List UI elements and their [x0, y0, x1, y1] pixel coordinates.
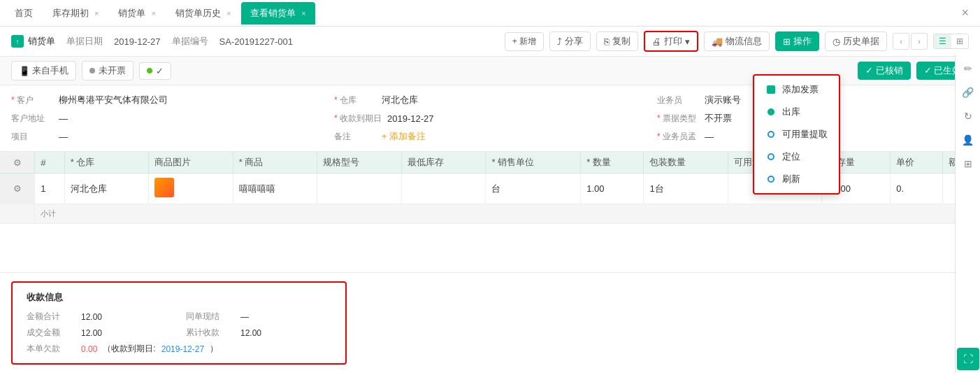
check-button[interactable]: ✓: [139, 62, 171, 80]
global-close-button[interactable]: ×: [956, 3, 974, 23]
available-qty-label: 可用量提取: [782, 128, 828, 141]
tab-inventory-close[interactable]: ×: [94, 9, 99, 17]
doc-header: ↑ 销货单 单据日期 2019-12-27 单据编号 SA-20191227-0…: [0, 27, 980, 57]
add-note-label: 添加备注: [389, 131, 426, 141]
tab-inventory-label: 库存期初: [52, 7, 89, 20]
row-product: 嘻嘻嘻嘻: [233, 174, 317, 204]
print-icon: 🖨: [652, 36, 661, 47]
note-row: 备注 + 添加备注: [334, 130, 646, 143]
copy-label: 复制: [612, 35, 630, 48]
logistics-button[interactable]: 🚚 物流信息: [704, 31, 770, 51]
share-icon: ⤴: [557, 36, 562, 47]
from-phone-label: 来自手机: [32, 64, 69, 77]
sidebar-table-icon[interactable]: ⊞: [957, 153, 979, 175]
outbound-item[interactable]: 出库: [754, 101, 839, 123]
total-amount-label: 金额合计: [27, 311, 75, 323]
sidebar-edit-icon[interactable]: ✏: [957, 57, 979, 80]
operations-dropdown: 添加发票 出库 可用量提取 定位 刷新: [753, 74, 840, 195]
available-qty-icon: [765, 129, 777, 140]
sidebar-sync-icon[interactable]: ↻: [957, 105, 979, 127]
balance-value: 0.00: [81, 344, 97, 354]
check-dot: [147, 68, 152, 73]
sidebar-person-icon[interactable]: 👤: [957, 129, 979, 151]
add-note-button[interactable]: + 添加备注: [382, 130, 426, 143]
invoice-type-value: 不开票: [705, 112, 732, 125]
date-value: 2019-12-27: [114, 36, 161, 47]
tab-view-sales[interactable]: 查看销货单 ×: [241, 2, 315, 24]
not-open-button[interactable]: 未开票: [82, 61, 134, 80]
refresh-item[interactable]: 刷新: [754, 168, 839, 190]
main-area: ↑ 销货单 单据日期 2019-12-27 单据编号 SA-20191227-0…: [0, 27, 980, 373]
customer-row: 客户 柳州粤港平安气体有限公司: [11, 94, 323, 106]
gear-column[interactable]: ⚙: [0, 152, 35, 174]
new-button[interactable]: + 新增: [505, 32, 544, 51]
plus-icon: +: [382, 131, 387, 141]
customer-value: 柳州粤港平安气体有限公司: [59, 94, 168, 106]
view-list-button[interactable]: ☰: [934, 34, 951, 48]
view-grid-button[interactable]: ⊞: [951, 34, 968, 48]
next-button[interactable]: ›: [911, 33, 928, 50]
sales-unit-column: * 销售单位: [486, 152, 581, 174]
warehouse-row: 仓库 河北仓库: [334, 94, 646, 106]
address-value: —: [59, 113, 68, 124]
payment-rows: 金额合计 12.00 同单现结 — 成交金额 12.00 累计收款 12.00 …: [27, 311, 331, 355]
tab-inventory-init[interactable]: 库存期初 ×: [43, 2, 108, 24]
history-label: 历史单据: [843, 35, 879, 48]
history-icon: ◷: [833, 36, 840, 47]
location-label: 定位: [782, 150, 800, 163]
refresh-label: 刷新: [782, 173, 800, 185]
bottom-panel: 收款信息 金额合计 12.00 同单现结 — 成交金额 12.00 累计收款 1…: [0, 273, 980, 373]
phone-icon: 📱: [19, 66, 30, 76]
tab-view-sales-close[interactable]: ×: [301, 9, 305, 17]
from-phone-button[interactable]: 📱 来自手机: [11, 61, 76, 80]
payment-date-label: 收款到期日: [334, 113, 382, 125]
package-qty-column: 包装数量: [644, 152, 728, 174]
warehouse-value: 河北仓库: [382, 94, 418, 106]
no-column: #: [35, 152, 64, 174]
cumulative-label: 累计收款: [186, 327, 235, 339]
total-amount-row: 金额合计 12.00: [27, 311, 172, 323]
quantity-column: * 数量: [581, 152, 644, 174]
address-row: 客户地址 —: [11, 112, 323, 125]
doc-actions: + 新增 ⤴ 分享 ⎘ 复制 🖨 打印 ▾ 🚚 物流信息 ⊞ 操作: [505, 31, 969, 52]
cancelled-label: 已核销: [876, 65, 903, 76]
subtotal-label: 小计: [35, 204, 980, 224]
tab-sales-order[interactable]: 销货单 ×: [109, 2, 164, 24]
refresh-icon: [765, 174, 777, 185]
warehouse-column: * 仓库: [64, 152, 149, 174]
tab-home[interactable]: 首页: [6, 2, 42, 24]
staff2-label: 业务员孟: [657, 131, 699, 143]
operations-button[interactable]: ⊞ 操作: [775, 31, 819, 51]
tab-sales-history[interactable]: 销货单历史 ×: [166, 2, 240, 24]
available-qty-item[interactable]: 可用量提取: [754, 123, 839, 146]
share-label: 分享: [565, 35, 583, 48]
copy-icon: ⎘: [604, 36, 610, 47]
copy-button[interactable]: ⎘ 复制: [596, 31, 638, 51]
project-value: —: [59, 132, 68, 142]
prev-button[interactable]: ‹: [893, 33, 909, 50]
cancelled-button[interactable]: ✓ 已核销: [858, 62, 910, 80]
logistics-label: 物流信息: [726, 35, 762, 48]
history-button[interactable]: ◷ 历史单据: [825, 31, 887, 51]
print-label: 打印: [664, 35, 682, 48]
balance-note: （收款到期日:: [103, 343, 155, 355]
row-min-stock: [401, 174, 486, 204]
tab-view-sales-label: 查看销货单: [250, 7, 296, 20]
print-button[interactable]: 🖨 打印 ▾: [644, 31, 698, 52]
share-button[interactable]: ⤴ 分享: [549, 31, 591, 51]
row-unit-price: 0.: [891, 174, 943, 204]
sales-order-icon: ↑: [11, 35, 24, 48]
effective-icon: ✓: [924, 65, 932, 76]
staff2-value: —: [705, 132, 714, 142]
same-settlement-label: 同单现结: [186, 311, 235, 323]
row-gear[interactable]: ⚙: [0, 174, 35, 204]
sidebar-expand-icon[interactable]: ⛶: [957, 348, 979, 370]
operations-label: 操作: [793, 35, 812, 48]
tab-history-close[interactable]: ×: [226, 9, 231, 17]
add-invoice-item[interactable]: 添加发票: [754, 78, 839, 101]
note-label: 备注: [334, 131, 376, 143]
tab-sales-close[interactable]: ×: [151, 9, 155, 17]
payment-date-row: 收款到期日 2019-12-27: [334, 112, 646, 125]
sidebar-link-icon[interactable]: 🔗: [957, 81, 979, 104]
location-item[interactable]: 定位: [754, 146, 839, 168]
